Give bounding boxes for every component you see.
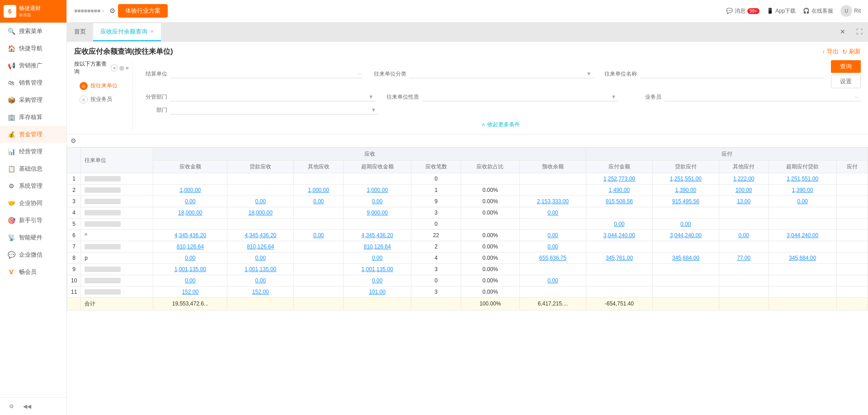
cell-link[interactable]: 0.00 [255,198,266,205]
dept-mgr-select[interactable]: ▼ [170,93,376,101]
cell-link[interactable]: 0.00 [313,198,324,205]
sidebar-item-quicknav[interactable]: 🏠快捷导航 [0,40,66,57]
table-settings-icon[interactable]: ⚙ [71,137,76,144]
app-download-btn[interactable]: 📱 App下载 [767,7,796,15]
scheme-item-salesperson[interactable]: ◎ 按业务员 [74,93,129,106]
cell-link[interactable]: 915,495.56 [672,198,699,205]
cell-link[interactable]: 152.00 [252,289,269,295]
tab-close-window-btn[interactable]: ✕ [835,24,851,39]
sidebar-item-business[interactable]: 📊经营管理 [0,143,66,160]
sidebar-item-corp[interactable]: 🤝企业协同 [0,195,66,212]
user-avatar[interactable]: U Rit [840,5,861,17]
cell-link[interactable]: 810,126.64 [364,243,391,250]
sidebar-collapse-btn[interactable]: ◀◀ [19,401,35,411]
sidebar-item-basic[interactable]: 📋基础信息 [0,160,66,177]
cell-link[interactable]: 915,508.56 [606,198,633,205]
cell-link[interactable]: 1,000.00 [367,187,388,193]
cell-link[interactable]: 0.00 [185,277,195,284]
tab-expand-btn[interactable]: ⛶ [851,24,868,39]
salesperson-input[interactable]: ··· [664,93,861,101]
sidebar-item-marketing[interactable]: 📢营销推广 [0,57,66,74]
cell-link[interactable]: 4,345,436.20 [175,232,206,239]
solution-btn[interactable]: 体验行业方案 [118,4,168,18]
cell-link[interactable]: 0.00 [255,255,266,261]
query-btn[interactable]: 查询 [831,60,861,73]
dept-select[interactable]: ▼ [170,106,378,114]
cell-link[interactable]: 345,761.00 [606,255,633,261]
cell-link[interactable]: 152.00 [182,289,198,295]
cell-link[interactable]: 0.00 [185,198,195,205]
cell-link[interactable]: 1,001,135.00 [361,266,393,272]
cell-link[interactable]: 0.00 [797,198,807,205]
sidebar-item-inventory[interactable]: 🏢库存核算 [0,109,66,126]
tab-arquery[interactable]: 应收应付余额查询 ✕ [93,23,161,41]
cell-link[interactable]: 1,001,135.00 [175,266,206,272]
cell-link[interactable]: 3,044,240.00 [670,232,702,239]
setting-btn[interactable]: 设置 [831,75,861,88]
cell-link[interactable]: 1,001,135.00 [245,266,276,272]
cell-link[interactable]: 0.00 [255,277,266,284]
cell-link[interactable]: 0.00 [680,221,691,227]
cell-link[interactable]: 0.00 [547,277,558,284]
partner-name-input[interactable] [640,70,824,78]
collapse-scheme-btn[interactable]: « [126,65,129,71]
cell-link[interactable]: 4,345,436.20 [245,232,276,239]
sidebar-item-member[interactable]: V畅会员 [0,263,66,281]
sidebar-item-wechat[interactable]: 💬企业微信 [0,246,66,263]
cell-link[interactable]: 1,252,773.00 [604,176,635,182]
cell-link[interactable]: 810,126.64 [177,243,204,250]
add-scheme-btn[interactable]: + [111,64,118,72]
cell-link[interactable]: 0.00 [547,232,558,239]
cell-link[interactable]: 1,490.00 [609,187,630,193]
cell-link[interactable]: 4,345,436.20 [361,232,393,239]
cell-link[interactable]: 0.00 [547,210,558,216]
cell-link[interactable]: 0.00 [738,232,749,239]
refresh-btn[interactable]: ↻ 刷新 [842,48,861,56]
cell-link[interactable]: 101.00 [369,289,386,295]
cell-link[interactable]: 345,684.00 [789,255,816,261]
cell-link[interactable]: 655,636.75 [539,255,566,261]
cell-link[interactable]: 810,126.64 [247,243,274,250]
online-service-btn[interactable]: 🎧 在线客服 [803,7,833,15]
cell-link[interactable]: 1,251,551.00 [670,176,702,182]
collapse-btn[interactable]: ∧ 收起更多条件 [140,119,861,130]
cell-link[interactable]: 3,044,240.00 [787,232,818,239]
cell-link[interactable]: 77.00 [737,255,750,261]
export-btn[interactable]: ↑ 导出 [822,48,839,56]
cell-link[interactable]: 0.00 [372,255,382,261]
scheme-item-partner[interactable]: ◎ 按往来单位 [74,79,129,93]
sidebar-item-search[interactable]: 🔍搜索菜单 [0,23,66,40]
cell-link[interactable]: 13.00 [737,198,750,205]
cell-link[interactable]: 345,684.00 [672,255,699,261]
cell-link[interactable]: 2,153,333.00 [537,198,569,205]
cell-link[interactable]: 1,390.00 [675,187,696,193]
sidebar-item-hardware[interactable]: 📡智能硬件 [0,229,66,246]
partner-nature-select[interactable]: ▼ [422,93,618,101]
cell-link[interactable]: 18,000.00 [249,210,273,216]
sidebar-item-purchase[interactable]: 📦采购管理 [0,91,66,109]
cell-link[interactable]: 18,000.00 [178,210,202,216]
cell-link[interactable]: 3,044,240.00 [604,232,635,239]
sidebar-settings-btn[interactable]: ⚙ [5,401,18,411]
cell-link[interactable]: 0.00 [313,232,324,239]
sidebar-item-finance[interactable]: 💰资金管理 [0,126,66,143]
settle-unit-input[interactable]: ··· [170,70,363,78]
messages-btn[interactable]: 💬 消息 99+ [726,7,760,15]
cell-link[interactable]: 1,000.00 [179,187,201,193]
partner-category-select[interactable]: ▼ [409,70,593,78]
data-table-container[interactable]: 往来单位 应收 应付 应收金额 贷款应收 其他应收 超期应收金额 应收笔数 应收… [67,148,868,310]
cell-link[interactable]: 0.00 [372,198,382,205]
cell-link[interactable]: 0.00 [185,255,195,261]
sidebar-item-guide[interactable]: 🎯新手引导 [0,212,66,229]
cell-link[interactable]: 1,390.00 [792,187,813,193]
sidebar-item-sales[interactable]: 🛍销售管理 [0,74,66,91]
tab-close-btn[interactable]: ✕ [150,29,154,34]
cell-link[interactable]: 1,000.00 [308,187,329,193]
cell-link[interactable]: 9,000.00 [367,210,388,216]
cell-link[interactable]: 1,251,551.00 [787,176,818,182]
cell-link[interactable]: 1,222.00 [733,176,755,182]
cell-link[interactable]: 0.00 [614,221,624,227]
sidebar-item-system[interactable]: ⚙系统管理 [0,177,66,195]
settings-scheme-btn[interactable]: ◎ [119,65,124,71]
tab-home[interactable]: 首页 [67,23,93,40]
